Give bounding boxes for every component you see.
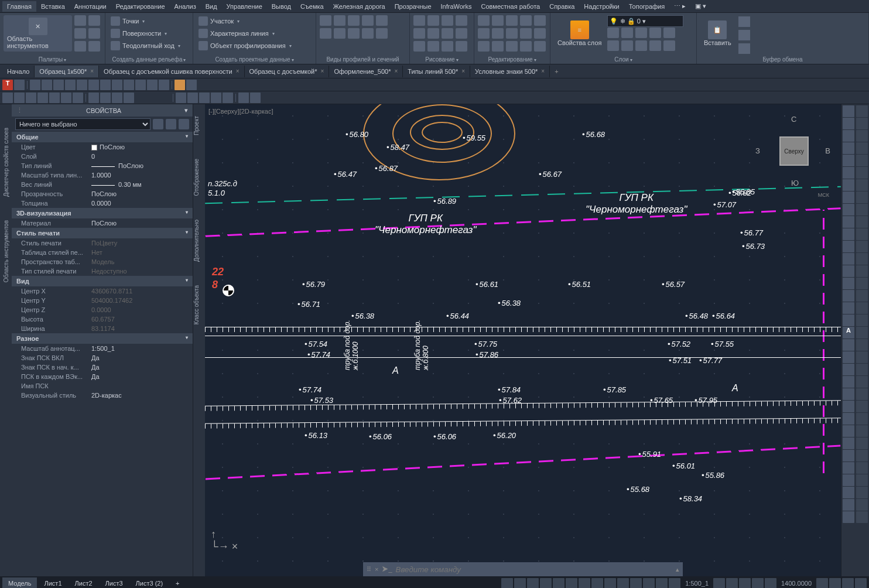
status-icon[interactable] — [829, 578, 841, 588]
status-icon[interactable] — [765, 578, 776, 588]
viewcube-e[interactable]: В — [825, 146, 830, 155]
viewcube-s[interactable]: Ю — [791, 179, 799, 187]
prop-plottable[interactable]: Таблица стилей пе...Нет — [12, 248, 193, 257]
tab-close-icon[interactable]: × — [321, 68, 324, 74]
tool-icon[interactable] — [856, 142, 868, 154]
prop-ltscale[interactable]: Масштаб типа лин...1.0000 — [12, 170, 193, 180]
menu-edit[interactable]: Редактирование — [111, 1, 170, 12]
prop-height[interactable]: Высота60.6757 — [12, 314, 193, 324]
tool-icon[interactable] — [856, 388, 868, 400]
toolbar-icon[interactable] — [112, 80, 122, 90]
prop-transparency[interactable]: ПрозрачностьПоСлою — [12, 189, 193, 199]
menu-infraworks[interactable]: InfraWorks — [436, 1, 477, 12]
nav-tool-icon[interactable] — [843, 437, 854, 449]
status-icon[interactable] — [617, 578, 629, 588]
prop-lineweight[interactable]: Вес линий0.30 мм — [12, 180, 193, 189]
status-icon[interactable] — [553, 578, 564, 588]
toolbar-icon[interactable] — [30, 80, 40, 90]
tool-icon[interactable] — [856, 302, 868, 314]
prop-ucsorigin[interactable]: Знак ПСК в нач. к...Да — [12, 363, 193, 372]
tool-icon[interactable] — [856, 130, 868, 142]
toolbar-icon[interactable] — [61, 93, 71, 103]
section-print[interactable]: Стиль печати — [12, 228, 193, 238]
menu-addins[interactable]: Надстройки — [579, 1, 624, 12]
layer-combo[interactable]: 💡 ❄ 🔒 0 ▾ — [607, 15, 683, 27]
viewcube-n[interactable]: С — [791, 115, 796, 124]
layout-tab-4[interactable]: Лист3 (2) — [130, 577, 169, 588]
menu-survey[interactable]: Съемка — [296, 1, 329, 12]
toolbar-icon[interactable] — [199, 93, 210, 103]
toolbar-icon[interactable] — [77, 80, 87, 90]
nav-tool-icon[interactable] — [843, 290, 854, 302]
toolbar-icon[interactable] — [100, 80, 111, 90]
status-scale[interactable]: 1:500_1 — [682, 580, 712, 587]
rail-display[interactable]: Отображение — [193, 159, 205, 196]
layer-icon[interactable] — [635, 28, 647, 38]
rail-additional[interactable]: Дополнительно — [193, 220, 205, 262]
menu-more[interactable]: ⋯ ▸ — [669, 1, 690, 12]
draw-icon[interactable] — [456, 28, 467, 39]
array-icon[interactable] — [520, 28, 532, 39]
modify-icon[interactable] — [534, 41, 546, 52]
nav-tool-icon[interactable] — [843, 241, 854, 252]
nav-tool-icon[interactable] — [843, 142, 854, 154]
section-misc[interactable]: Разное — [12, 333, 193, 344]
trim-icon[interactable] — [506, 15, 518, 26]
toolbar-icon[interactable] — [65, 80, 76, 90]
fillet-icon[interactable] — [506, 28, 518, 39]
viewcube-w[interactable]: З — [755, 146, 760, 155]
cmd-handle-icon[interactable]: ⠿ — [367, 566, 371, 573]
toolbar-icon[interactable] — [49, 93, 60, 103]
tool-icon[interactable] — [856, 253, 868, 265]
tab-layout500[interactable]: Оформление_500*× — [329, 66, 403, 77]
draw-icon[interactable] — [442, 41, 453, 52]
toolbar-icon[interactable] — [14, 93, 25, 103]
status-icon[interactable] — [752, 578, 764, 588]
status-icon[interactable] — [591, 578, 603, 588]
viewport-label[interactable]: [-][Сверху][2D-каркас] — [208, 108, 273, 115]
nav-tool-icon[interactable] — [843, 450, 854, 461]
nav-tool-icon[interactable] — [843, 167, 854, 179]
section-general[interactable]: Общие — [12, 132, 193, 142]
tab-close-icon[interactable]: × — [90, 68, 94, 74]
line-icon[interactable] — [413, 15, 425, 26]
profile-icon[interactable] — [334, 28, 345, 39]
profile-icon[interactable] — [376, 15, 388, 26]
nav-tool-icon[interactable] — [843, 302, 854, 314]
viewcube-top[interactable]: Сверху — [779, 136, 809, 166]
toolbar-icon[interactable] — [176, 93, 186, 103]
modify-icon[interactable] — [520, 41, 532, 52]
toolbar-icon[interactable] — [250, 93, 261, 103]
move-icon[interactable] — [478, 15, 490, 26]
layer-icon[interactable] — [621, 28, 633, 38]
nav-tool-icon[interactable] — [843, 278, 854, 289]
prop-linetype[interactable]: Тип линийПоСлою — [12, 161, 193, 170]
panel-title-layers[interactable]: Слои — [554, 55, 693, 63]
status-icon[interactable] — [566, 578, 577, 588]
menu-expand[interactable]: ▣ ▾ — [690, 1, 711, 12]
tool-icon[interactable] — [856, 327, 868, 339]
tab-symbols[interactable]: Условные знаки 500*× — [470, 66, 550, 77]
paste-button[interactable]: 📋 Вставить — [700, 15, 735, 52]
status-icon[interactable] — [630, 578, 642, 588]
rail-objclass[interactable]: Класс объекта — [193, 285, 205, 324]
tab-start[interactable]: Начало — [2, 66, 35, 77]
menu-railway[interactable]: Железная дорога — [329, 1, 390, 12]
menu-output[interactable]: Вывод — [267, 1, 296, 12]
toolbar-icon[interactable] — [238, 93, 249, 103]
tool-icon[interactable] — [856, 192, 868, 203]
nav-tool-icon[interactable] — [843, 118, 854, 129]
tab-stitch[interactable]: Образец с досъемкой сшивка поверхности× — [99, 66, 244, 77]
tool-icon[interactable] — [856, 376, 868, 388]
nav-tool-icon[interactable] — [843, 179, 854, 191]
toolbar-icon[interactable] — [135, 80, 146, 90]
t-icon[interactable]: T — [2, 80, 13, 90]
tool-icon[interactable] — [856, 364, 868, 375]
toolbar-icon[interactable] — [88, 93, 99, 103]
rail-layers[interactable]: Диспетчер свойств слоев — [3, 128, 9, 197]
tool-icon[interactable] — [856, 204, 868, 216]
nav-tool-icon[interactable] — [843, 228, 854, 240]
prop-ucsname[interactable]: Имя ПСК — [12, 381, 193, 391]
tool-icon[interactable] — [856, 462, 868, 474]
status-icon[interactable] — [855, 578, 867, 588]
